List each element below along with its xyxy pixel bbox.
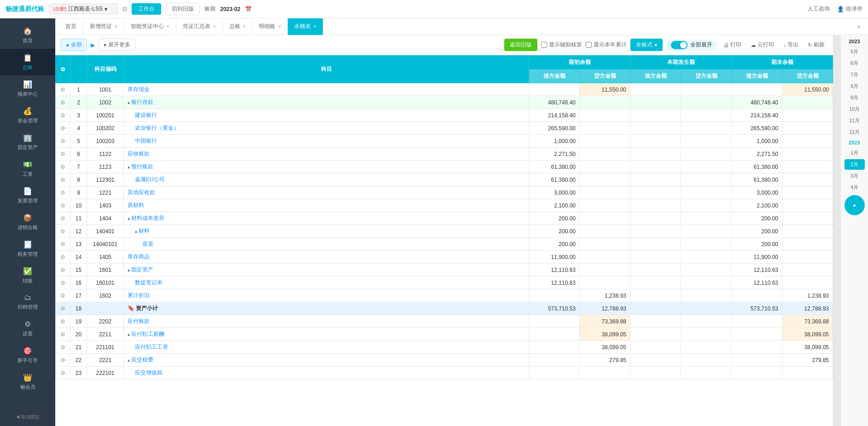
expand-button[interactable]: ▾ 展开更多 — [99, 39, 135, 51]
row-name[interactable]: ▴ 应交税费 — [124, 354, 529, 367]
row-settings[interactable]: ⚙ — [56, 367, 70, 380]
sidebar-item-assets[interactable]: 💰 资金管理 — [0, 102, 55, 129]
right-sidebar-month-6[interactable]: 6月 — [845, 58, 865, 69]
row-name[interactable]: 应付账款 — [124, 315, 529, 328]
sidebar-item-closing[interactable]: ✅ 结账 — [0, 262, 55, 289]
row-name-link[interactable]: 库存商品 — [128, 253, 150, 260]
show-year-input[interactable] — [586, 42, 592, 48]
tab-voucher-summary-close[interactable]: × — [213, 24, 216, 29]
sidebar-item-invoice[interactable]: 📄 发票管理 — [0, 182, 55, 209]
row-settings[interactable]: ⚙ — [56, 354, 70, 367]
row-name-link[interactable]: 材料 — [139, 228, 150, 234]
right-sidebar-month-9[interactable]: 9月 — [845, 92, 865, 103]
row-settings[interactable]: ⚙ — [56, 173, 70, 186]
company-selector[interactable]: (勿删) 江西殿圣-LSS ▾ — [49, 4, 118, 14]
row-name[interactable]: ▴ 材料成本差异 — [124, 212, 529, 225]
refresh-button[interactable]: ↻ 刷新 — [805, 39, 827, 51]
right-sidebar-month-11[interactable]: 11月 — [845, 115, 865, 126]
row-settings[interactable]: ⚙ — [56, 83, 70, 96]
unpin-label[interactable]: ◀ 取消固定 — [16, 414, 40, 420]
row-name-link[interactable]: 中国银行 — [135, 138, 157, 144]
right-sidebar-month-10[interactable]: 10月 — [845, 104, 865, 115]
cloud-print-button[interactable]: ☁ 云打印 — [748, 39, 777, 51]
row-settings[interactable]: ⚙ — [56, 341, 70, 354]
sidebar-item-archive[interactable]: 🗂 归档管理 — [0, 289, 55, 315]
row-name-link[interactable]: 应付职工工资 — [135, 344, 168, 350]
show-year-checkbox[interactable]: 显示本年累计 — [586, 41, 627, 49]
row-settings[interactable]: ⚙ — [56, 199, 70, 212]
row-settings[interactable]: ⚙ — [56, 251, 70, 264]
tab-detail[interactable]: 明细账 × — [252, 18, 288, 35]
right-sidebar-month-2[interactable]: 2月 — [845, 159, 865, 170]
tab-home[interactable]: 首页 — [59, 18, 83, 35]
row-name[interactable]: ▴ 材料 — [124, 225, 529, 238]
row-settings[interactable]: ⚙ — [56, 109, 70, 122]
tab-bar-close[interactable]: × — [853, 23, 864, 30]
show-aux-input[interactable] — [541, 42, 547, 48]
sidebar-item-ledger[interactable]: 📋 总账 — [0, 49, 55, 75]
sidebar-item-tax[interactable]: 🧾 税务管理 — [0, 236, 55, 262]
row-name-link[interactable]: 应收账款 — [128, 150, 150, 157]
row-settings[interactable]: ⚙ — [56, 186, 70, 199]
row-name-link[interactable]: 应付账款 — [128, 318, 150, 324]
row-name[interactable]: 应交增值税 — [124, 367, 529, 380]
workbench-button[interactable]: 工作台 — [132, 3, 161, 15]
tab-add-voucher-close[interactable]: × — [115, 24, 117, 29]
row-name[interactable]: ▴ 应付职工薪酬 — [124, 328, 529, 341]
row-name-link[interactable]: 数提笔记本 — [135, 279, 163, 286]
right-sidebar-month-5[interactable]: 5月 — [845, 46, 865, 57]
export-button[interactable]: ↓ 导出 — [781, 39, 801, 51]
row-settings[interactable]: ⚙ — [56, 225, 70, 238]
row-name[interactable]: 数提笔记本 — [124, 276, 529, 289]
row-name[interactable]: 库存现金 — [124, 83, 529, 96]
sidebar-item-home[interactable]: 🏠 首页 — [0, 22, 55, 49]
right-sidebar-month-1[interactable]: 1月 — [845, 148, 865, 158]
row-settings[interactable]: ⚙ — [56, 302, 70, 315]
row-name[interactable]: ▴ 银行存款 — [124, 96, 529, 109]
row-settings[interactable]: ⚙ — [56, 161, 70, 173]
style-button[interactable]: 全账式 ▾ — [630, 39, 663, 51]
row-name[interactable]: 农业银行（黄金） — [124, 122, 529, 135]
sidebar-item-guide[interactable]: 🎯 新手引导 — [0, 342, 55, 368]
all-filter-button[interactable]: ● 全部 — [61, 39, 87, 51]
row-settings[interactable]: ⚙ — [56, 238, 70, 251]
row-name-link[interactable]: 银行存款 — [131, 99, 153, 105]
sidebar-item-sales[interactable]: 📦 进销台账 — [0, 209, 55, 236]
tab-balance[interactable]: 余额表 × — [288, 18, 323, 35]
row-name[interactable]: 建设银行 — [124, 109, 529, 122]
consult-label[interactable]: 人工咨询 — [808, 5, 830, 13]
row-settings[interactable]: ⚙ — [56, 328, 70, 341]
sidebar-item-reports[interactable]: 📊 报表中心 — [0, 75, 55, 102]
tab-detail-close[interactable]: × — [278, 24, 281, 29]
row-name-link[interactable]: 嘉属EU公司 — [135, 176, 165, 183]
copy-icon[interactable]: ⧉ — [122, 5, 127, 13]
row-settings[interactable]: ⚙ — [56, 276, 70, 289]
right-sidebar-month-3[interactable]: 3月 — [845, 171, 865, 181]
sidebar-item-fixed[interactable]: 🏢 固定资产 — [0, 129, 55, 155]
row-name[interactable]: ▴ 固定资产 — [124, 264, 529, 276]
right-sidebar-month-12[interactable]: 12月 — [845, 127, 865, 138]
row-settings[interactable]: ⚙ — [56, 315, 70, 328]
right-sidebar-expand[interactable]: 〈 — [833, 35, 840, 426]
tab-add-voucher[interactable]: 新增凭证 × — [83, 18, 124, 35]
row-name-link[interactable]: 固定资产 — [131, 266, 153, 273]
row-settings[interactable]: ⚙ — [56, 148, 70, 161]
row-name[interactable]: 壹蛋 — [124, 238, 529, 251]
tab-voucher-summary[interactable]: 凭证汇总表 × — [176, 18, 223, 35]
row-name[interactable]: 其他应收款 — [124, 186, 529, 199]
row-name-link[interactable]: 材料成本差异 — [131, 215, 164, 221]
row-name-link[interactable]: 应交税费 — [131, 357, 153, 363]
right-sidebar-month-8[interactable]: 8月 — [845, 81, 865, 92]
expand-all-toggle[interactable]: 全部展开 — [666, 40, 717, 51]
row-name-link[interactable]: 预付账款 — [131, 163, 153, 170]
row-settings[interactable]: ⚙ — [56, 96, 70, 109]
tab-smart-verify-close[interactable]: × — [167, 24, 169, 29]
balance-table-wrapper[interactable]: ⚙ 科目编码 科目 期初余额 本期发生额 期末余额 借方金额 贷方金额 — [55, 55, 833, 426]
row-name-link[interactable]: 应交增值税 — [135, 369, 163, 376]
row-settings[interactable]: ⚙ — [56, 135, 70, 148]
row-name[interactable]: 嘉属EU公司 — [124, 173, 529, 186]
row-name[interactable]: 应收账款 — [124, 148, 529, 161]
sidebar-item-settings[interactable]: ⚙ 设置 — [0, 315, 55, 342]
row-name-link[interactable]: 壹蛋 — [142, 241, 153, 247]
show-aux-checkbox[interactable]: 显示辅助核算 — [541, 41, 582, 49]
